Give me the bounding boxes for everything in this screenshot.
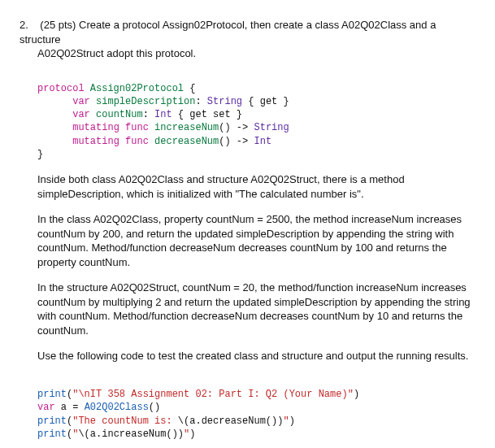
keyword-var: var (37, 402, 61, 413)
return-type-string: String (254, 122, 289, 133)
prop-simpleDescription: simpleDescription (96, 96, 195, 107)
keyword-var: var (72, 96, 96, 107)
func-increaseNum: increaseNum (154, 122, 219, 133)
keyword-protocol: protocol (37, 83, 90, 94)
protocol-name: Assign02Protocol (90, 83, 184, 94)
paragraph-test-instruction: Use the following code to test the creat… (37, 349, 475, 363)
string-countnum: "The countNum is: (72, 415, 178, 427)
paren-close: ) (289, 415, 295, 427)
question-number: 2. (20, 19, 28, 31)
interp: \(a.decreaseNum()) (178, 415, 284, 427)
brace-open: { (184, 83, 195, 94)
test-code-block: print("\nIT 358 Assignment 02: Part I: Q… (37, 375, 475, 448)
func-decreaseNum: decreaseNum (154, 136, 219, 147)
call-print: print (37, 415, 67, 427)
var-a: a = (61, 402, 85, 413)
colon: : (143, 109, 154, 120)
call-print: print (37, 389, 67, 400)
call-print: print (37, 428, 67, 440)
question-points: (25 pts) (40, 19, 76, 31)
question-text-line2: A02Q02Struct adopt this protocol. (20, 46, 475, 61)
func-sig: () -> (219, 122, 254, 133)
keyword-var: var (72, 109, 96, 120)
accessor-getset: { get set } (172, 109, 242, 120)
return-type-int: Int (254, 136, 271, 147)
func-sig: () -> (219, 136, 254, 147)
string-banner: "\nIT 358 Assignment 02: Part I: Q2 (You… (72, 389, 354, 400)
protocol-code-block: protocol Assign02Protocol { var simpleDe… (37, 69, 475, 161)
type-int: Int (154, 109, 172, 120)
question-text-line1: Create a protocol Assign02Protocol, then… (20, 19, 436, 46)
interp: \(a.increaseNum()) (78, 428, 184, 440)
brace-close: } (37, 149, 43, 160)
prop-countNum: countNum (96, 109, 143, 120)
question-heading: 2. (25 pts) Create a protocol Assign02Pr… (20, 18, 475, 61)
keyword-mutating-func: mutating func (72, 136, 154, 147)
paragraph-simpleDescription: Inside both class A02Q02Class and struct… (37, 172, 475, 201)
accessor-get: { get } (242, 96, 289, 107)
paren-close: ) (354, 389, 359, 400)
paragraph-class-spec: In the class A02Q02Class, property count… (37, 212, 475, 269)
type-string: String (207, 96, 242, 107)
ctor-class: A02Q02Class (85, 402, 149, 413)
paren-close: ) (189, 428, 195, 440)
colon: : (195, 96, 206, 107)
parens: () (149, 402, 160, 413)
string-end: " (283, 415, 289, 427)
paragraph-struct-spec: In the structure A02Q02Struct, countNum … (37, 281, 475, 337)
keyword-mutating-func: mutating func (72, 122, 154, 133)
